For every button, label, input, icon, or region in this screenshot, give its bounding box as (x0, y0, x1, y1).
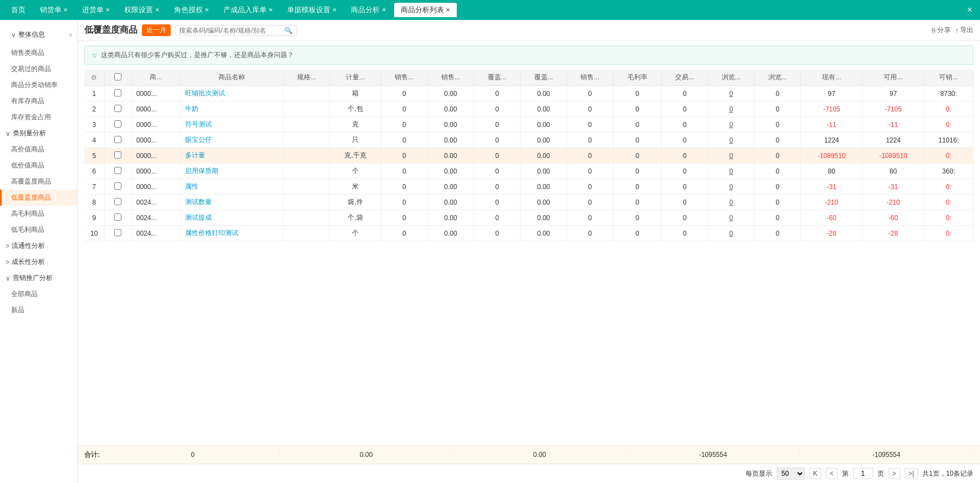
nav-purchase[interactable]: 进货单 × (75, 3, 116, 17)
sidebar-new-goods[interactable]: 新品 (0, 302, 77, 318)
sidebar-category-header[interactable]: ∨ 类别量分析 (0, 125, 77, 141)
row-checkbox[interactable] (104, 164, 131, 179)
row-name[interactable]: 启用保质期 (180, 164, 283, 179)
collapse-icon[interactable]: « (69, 30, 73, 39)
prev-page-btn[interactable]: < (826, 468, 838, 479)
sidebar-stock-goods[interactable]: 有库存商品 (0, 93, 77, 109)
row-browse1[interactable]: 0 (708, 210, 754, 226)
row-unit: 个,袋 (330, 210, 381, 226)
row-browse1[interactable]: 0 (708, 195, 754, 210)
row-checkbox[interactable] (104, 148, 131, 164)
nav-role[interactable]: 角色授权 × (167, 3, 216, 17)
first-page-btn[interactable]: K (809, 468, 821, 479)
sidebar-marketing-header[interactable]: ∨ 营销推广分析 (0, 270, 77, 286)
row-margin: 0 (613, 210, 661, 226)
row-code: 0024... (131, 195, 180, 210)
row-checkbox[interactable] (104, 101, 131, 117)
sidebar-all-goods[interactable]: 全部商品 (0, 286, 77, 302)
row-s2: 0.00 (427, 133, 474, 148)
row-browse1[interactable]: 0 (708, 101, 754, 117)
row-browse1[interactable]: 0 (708, 164, 754, 179)
row-name[interactable]: 测试提成 (180, 210, 283, 226)
sidebar-low-coverage[interactable]: 低覆盖度商品 (0, 190, 77, 206)
row-s1: 0 (381, 117, 427, 133)
row-select-checkbox[interactable] (114, 167, 121, 174)
row-checkbox[interactable] (104, 86, 131, 101)
row-browse1[interactable]: 0 (708, 179, 754, 195)
row-select-checkbox[interactable] (114, 213, 121, 221)
export-button[interactable]: ↑ 导出 (955, 26, 973, 35)
row-s1: 0 (381, 164, 427, 179)
page-input[interactable] (853, 468, 873, 479)
share-button[interactable]: ⎘ 分享 (932, 26, 951, 35)
row-checkbox[interactable] (104, 179, 131, 195)
row-checkbox[interactable] (104, 117, 131, 133)
sidebar-stock-fund[interactable]: 库存资金占用 (0, 109, 77, 125)
row-checkbox[interactable] (104, 226, 131, 241)
row-select-checkbox[interactable] (114, 120, 121, 128)
row-browse1[interactable]: 0 (708, 117, 754, 133)
settings-icon[interactable]: ⚙ (91, 74, 97, 82)
row-select-checkbox[interactable] (114, 136, 121, 143)
row-name[interactable]: 测试数量 (180, 195, 283, 210)
data-table: ⚙ 商... 商品名称 规格... 计量... 销售... 销售... 覆盖..… (84, 69, 973, 241)
last-page-btn[interactable]: >| (905, 468, 918, 479)
row-name[interactable]: 属性 (180, 179, 283, 195)
row-select-checkbox[interactable] (114, 89, 121, 96)
sidebar-high-coverage[interactable]: 高覆盖度商品 (0, 174, 77, 190)
row-s3: 0 (567, 133, 614, 148)
sidebar-overall-header[interactable]: ∨ 整体信息 (6, 27, 50, 43)
period-button[interactable]: 近一月 (142, 24, 171, 36)
sidebar-circulation-header[interactable]: > 流通性分析 (0, 238, 77, 254)
nav-home[interactable]: 首页 (4, 3, 32, 17)
row-browse1[interactable]: 0 (708, 148, 754, 164)
row-name[interactable]: 符号测试 (180, 117, 283, 133)
sidebar-low-value[interactable]: 低价值商品 (0, 157, 77, 174)
sidebar-sales-goods[interactable]: 销售类商品 (0, 45, 77, 61)
row-select-checkbox[interactable] (114, 198, 121, 205)
row-select-checkbox[interactable] (114, 105, 121, 112)
close-button[interactable]: × (964, 4, 976, 16)
row-name[interactable]: 属性价格打印测试 (180, 226, 283, 241)
th-checkbox[interactable] (104, 69, 131, 86)
table-wrapper[interactable]: ⚙ 商... 商品名称 规格... 计量... 销售... 销售... 覆盖..… (84, 69, 973, 445)
per-page-select[interactable]: 50 10 20 100 (777, 467, 805, 480)
row-select-checkbox[interactable] (114, 229, 121, 236)
row-name[interactable]: 眼宝公仔 (180, 133, 283, 148)
row-current: 80 (801, 164, 862, 179)
row-checkbox[interactable] (104, 195, 131, 210)
row-sellable: 0: (924, 117, 973, 133)
row-unit: 袋,件 (330, 195, 381, 210)
th-settings[interactable]: ⚙ (84, 69, 104, 86)
row-browse1[interactable]: 0 (708, 133, 754, 148)
row-unit: 个 (330, 226, 381, 241)
row-select-checkbox[interactable] (114, 151, 121, 159)
nav-permission[interactable]: 权限设置 × (118, 3, 166, 17)
sidebar-high-value[interactable]: 高价值商品 (0, 141, 77, 157)
sidebar-category-rate[interactable]: 商品分类动销率 (0, 77, 77, 93)
next-page-btn[interactable]: > (889, 468, 900, 479)
nav-template[interactable]: 单据模板设置 × (280, 3, 343, 17)
row-browse1[interactable]: 0 (708, 86, 754, 101)
nav-analysis[interactable]: 商品分析 × (344, 3, 392, 17)
row-tx: 0 (661, 133, 708, 148)
row-checkbox[interactable] (104, 133, 131, 148)
sidebar-high-margin[interactable]: 高毛利商品 (0, 206, 77, 222)
nav-finished[interactable]: 产成品入库单 × (217, 3, 279, 17)
row-name[interactable]: 牛奶 (180, 101, 283, 117)
row-browse1[interactable]: 0 (708, 226, 754, 241)
row-checkbox[interactable] (104, 210, 131, 226)
row-name[interactable]: 多计量 (180, 148, 283, 164)
row-spec (283, 164, 330, 179)
sidebar-traded-goods[interactable]: 交易过的商品 (0, 61, 77, 77)
row-s3: 0 (567, 226, 614, 241)
nav-analysis-list[interactable]: 商品分析列表 × (394, 3, 457, 17)
sidebar-growth-header[interactable]: > 成长性分析 (0, 254, 77, 270)
row-select-checkbox[interactable] (114, 182, 121, 190)
search-input[interactable] (179, 27, 284, 34)
nav-sales[interactable]: 销货单 × (33, 3, 74, 17)
select-all-checkbox[interactable] (114, 73, 121, 80)
row-name[interactable]: 旺辅批次测试 (180, 86, 283, 101)
sidebar-low-margin[interactable]: 低毛利商品 (0, 222, 77, 238)
row-s3: 0 (567, 86, 614, 101)
